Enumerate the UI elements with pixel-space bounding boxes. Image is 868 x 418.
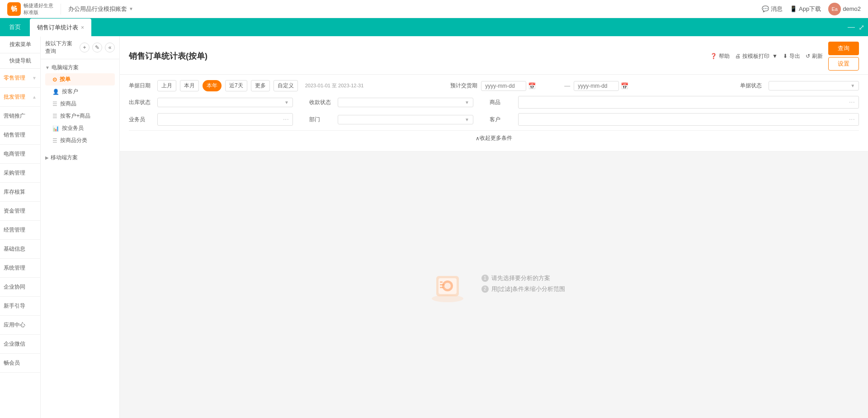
tab-home[interactable]: 首页 [0, 18, 30, 36]
help-link[interactable]: ❓ 帮助 [710, 52, 730, 60]
sidebar-item-finance[interactable]: 资金管理 [0, 202, 40, 221]
settings-button[interactable]: 设置 [828, 57, 859, 71]
main-layout: 搜索菜单 快捷导航 零售管理 ▼ 批发管理 ▲ 营销推广 销售管理 电商管理 采… [0, 36, 868, 418]
message-button[interactable]: 💬 消息 [762, 5, 783, 13]
export-button[interactable]: ⬇ 导出 [783, 52, 800, 60]
payment-status-arrow-icon: ▼ [465, 100, 469, 105]
scheme-item-by-order[interactable]: ⊙ 按单 [45, 73, 115, 86]
sidebar-item-basic[interactable]: 基础信息 [0, 240, 40, 259]
date-btn-this-month[interactable]: 本月 [180, 80, 199, 91]
sidebar-item-marketing[interactable]: 营销推广 [0, 107, 40, 126]
sidebar-item-inventory[interactable]: 库存核算 [0, 183, 40, 202]
date-btn-last-month[interactable]: 上月 [157, 80, 176, 91]
date-btn-more[interactable]: 更多 [251, 80, 270, 91]
sidebar-item-wechat-label: 企业微信 [4, 340, 25, 348]
sidebar-item-retail[interactable]: 零售管理 ▼ [0, 69, 40, 88]
scheme-group-pc-header[interactable]: ▼ 电脑端方案 [45, 62, 115, 73]
sidebar-item-wholesale-arrow: ▲ [32, 95, 37, 100]
sidebar-item-operation-label: 经营管理 [4, 226, 25, 234]
export-label: 导出 [789, 52, 800, 60]
template-print-button[interactable]: 🖨 按模板打印 ▼ [735, 52, 778, 60]
sidebar-item-appstore-label: 应用中心 [4, 321, 25, 329]
message-label: 消息 [771, 5, 783, 13]
collapse-filters-button[interactable]: ∧ 收起更多条件 [129, 130, 859, 146]
scheme-item-by-customer-goods-label: 按客户+商品 [60, 112, 90, 120]
tab-close-icon[interactable]: × [81, 24, 84, 31]
sidebar-item-retail-arrow: ▼ [32, 76, 37, 81]
app-selector[interactable]: 办公用品行业模拟账套 ▼ [68, 5, 133, 13]
date-btn-7days[interactable]: 近7天 [225, 80, 247, 91]
sidebar-item-purchase[interactable]: 采购管理 [0, 164, 40, 183]
sidebar-item-operation[interactable]: 经营管理 [0, 221, 40, 240]
user-info[interactable]: Ea demo2 [828, 3, 861, 15]
payment-status-label: 收款状态 [309, 99, 334, 106]
scheme-item-by-category-label: 按商品分类 [60, 137, 87, 144]
date-btn-this-year[interactable]: 本年 [203, 80, 222, 91]
sidebar-item-appstore[interactable]: 应用中心 [0, 316, 40, 335]
sidebar-item-guide[interactable]: 新手引导 [0, 297, 40, 316]
tab-active[interactable]: 销售订单统计表 × [30, 19, 91, 37]
expected-date-end-wrap: 📅 [574, 81, 653, 91]
panel-toolbar: 按以下方案查询 + ✎ « [41, 36, 119, 59]
sidebar-search[interactable]: 搜索菜单 [0, 36, 40, 53]
salesman-dots-icon[interactable]: ··· [283, 115, 289, 124]
template-print-label: 按模板打印 [742, 52, 769, 60]
sidebar-item-wholesale[interactable]: 批发管理 ▲ [0, 88, 40, 107]
expected-date-end-input[interactable] [574, 81, 619, 91]
dept-label: 部门 [309, 116, 334, 124]
sidebar-item-sales[interactable]: 销售管理 [0, 126, 40, 145]
scheme-item-by-customer-label: 按客户 [62, 88, 78, 95]
sidebar-item-wechat[interactable]: 企业微信 [0, 335, 40, 354]
out-status-select[interactable]: ▼ [157, 98, 293, 107]
active-tab-label: 销售订单统计表 [37, 24, 78, 32]
tab-minimize-icon[interactable]: — [848, 23, 855, 31]
page-header: 销售订单统计表(按单) ❓ 帮助 🖨 按模板打印 ▼ ⬇ 导出 ↺ 刷新 [120, 36, 868, 75]
sidebar-item-enterprise[interactable]: 企业协同 [0, 278, 40, 297]
edit-scheme-button[interactable]: ✎ [92, 43, 102, 52]
payment-status-select[interactable]: ▼ [338, 98, 473, 107]
scheme-item-by-customer-goods[interactable]: ☰ 按客户+商品 [45, 110, 115, 122]
expected-date-start-wrap: 📅 [481, 81, 561, 91]
scheme-group-mobile-header[interactable]: ▶ 移动端方案 [45, 152, 115, 163]
bill-status-select[interactable]: ▼ [769, 81, 859, 90]
date-separator: — [564, 82, 570, 89]
phone-icon: 📱 [790, 5, 797, 12]
help-icon: ❓ [710, 53, 717, 59]
empty-svg [423, 262, 472, 312]
sidebar-item-member[interactable]: 畅会员 [0, 354, 40, 373]
bill-status-arrow-icon: ▼ [850, 83, 855, 88]
scheme-group-pc-label: 电脑端方案 [52, 64, 79, 71]
tip-text-2: 用[过滤]条件来缩小分析范围 [491, 285, 565, 293]
sidebar-item-inventory-label: 库存核算 [4, 188, 25, 196]
refresh-button[interactable]: ↺ 刷新 [806, 52, 823, 60]
dept-arrow-icon: ▼ [465, 117, 469, 122]
scheme-item-by-customer[interactable]: 👤 按客户 [45, 86, 115, 98]
tab-maximize-icon[interactable]: ⤢ [859, 23, 864, 32]
goods-select[interactable]: ··· [518, 96, 859, 109]
expected-date-start-input[interactable] [481, 81, 526, 91]
scheme-item-by-goods[interactable]: ☰ 按商品 [45, 98, 115, 110]
app-download-button[interactable]: 📱 App下载 [790, 5, 821, 13]
add-scheme-button[interactable]: + [80, 43, 90, 52]
sidebar-item-ecommerce[interactable]: 电商管理 [0, 145, 40, 164]
sidebar-item-system[interactable]: 系统管理 [0, 259, 40, 278]
sidebar-item-sales-label: 销售管理 [4, 131, 25, 139]
svg-rect-7 [440, 287, 443, 288]
top-header: 畅 畅捷通好生意 标准版 办公用品行业模拟账套 ▼ 💬 消息 📱 App下载 E… [0, 0, 868, 18]
refresh-icon: ↺ [806, 53, 810, 59]
salesman-select[interactable]: ··· [157, 113, 293, 126]
date-btn-custom[interactable]: 自定义 [274, 80, 298, 91]
sidebar-shortcut[interactable]: 快捷导航 [0, 53, 40, 69]
customer-select[interactable]: ··· [518, 113, 859, 126]
scheme-item-by-category[interactable]: ☰ 按商品分类 [45, 134, 115, 147]
goods-dots-icon[interactable]: ··· [849, 98, 855, 106]
collapse-panel-button[interactable]: « [105, 43, 115, 52]
sidebar-item-guide-label: 新手引导 [4, 302, 25, 310]
search-button[interactable]: 查询 [828, 42, 859, 55]
sidebar-item-member-label: 畅会员 [4, 359, 20, 367]
scheme-icon-order: ⊙ [52, 76, 57, 83]
sidebar-item-marketing-label: 营销推广 [4, 112, 25, 120]
customer-dots-icon[interactable]: ··· [849, 115, 855, 124]
dept-select[interactable]: ▼ [338, 115, 473, 124]
scheme-item-by-salesman[interactable]: 📊 按业务员 [45, 122, 115, 134]
